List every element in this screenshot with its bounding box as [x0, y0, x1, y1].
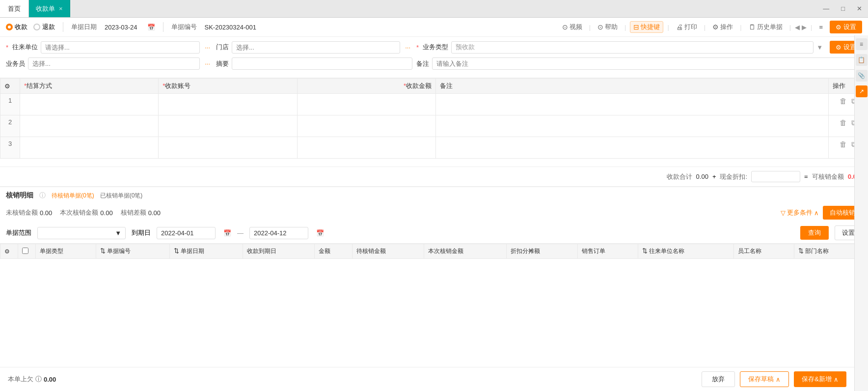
ops-icon: ⚙	[712, 23, 719, 31]
party-more-button[interactable]: ···	[203, 44, 212, 51]
bottom-table: ⚙ 单据类型 ⇅ 单据编号 ⇅ 单据日期 收款到期日 金额 待核销金额 本次核销…	[0, 244, 868, 259]
bottom-col-checkbox[interactable]	[18, 244, 36, 259]
bottom-col-type: 单据类型	[36, 244, 96, 259]
refund-radio-dot	[33, 24, 40, 30]
sidebar-icon-doc[interactable]: 📋	[856, 54, 868, 66]
amount-cell-3[interactable]	[297, 137, 435, 159]
shortcut-icon: ⊟	[633, 23, 639, 31]
abandon-button[interactable]: 放弃	[702, 371, 735, 387]
right-tools: ⊙ 视频 | ⊙ 帮助 | ⊟ 快捷键 | 🖨 打印 | ⚙ 操作	[559, 21, 862, 33]
sidebar-icon-expand[interactable]: ↗	[856, 85, 868, 97]
calendar-from-icon[interactable]: 📅	[223, 229, 231, 237]
shop-input[interactable]	[232, 41, 400, 54]
remark-cell-3[interactable]	[436, 137, 829, 159]
bottom-col-duedate: 收款到期日	[243, 244, 314, 259]
due-date-label: 到期日	[132, 228, 151, 237]
date-to-input[interactable]	[249, 227, 308, 239]
date-from-input[interactable]	[157, 227, 216, 239]
calendar-icon[interactable]: 📅	[147, 24, 155, 31]
settings-button[interactable]: ⚙ 设置	[830, 21, 862, 33]
prev-arrow[interactable]: ◀	[795, 24, 800, 31]
biz-type-dropdown-icon[interactable]: ▼	[816, 44, 823, 51]
print-button[interactable]: 🖨 打印	[673, 22, 700, 32]
party-input[interactable]	[41, 41, 200, 54]
bottom-col-amount: 金额	[314, 244, 352, 259]
sidebar-icon-attach[interactable]: 📎	[856, 70, 868, 82]
pending-tab[interactable]: 待核销单据(0笔)	[52, 192, 94, 200]
account-cell-1[interactable]	[159, 94, 297, 115]
receipt-refund-group: 收款 退款	[6, 23, 55, 31]
staff-label: 业务员	[6, 59, 25, 68]
history-icon: 🗒	[749, 23, 756, 31]
verif-title: 核销明细	[6, 191, 33, 200]
history-button[interactable]: 🗒 历史单据	[746, 22, 786, 32]
close-button[interactable]: ✕	[851, 0, 868, 17]
staff-input[interactable]	[28, 57, 200, 70]
summary-input[interactable]	[232, 57, 412, 70]
settle-cell-1[interactable]	[20, 94, 159, 115]
help-button[interactable]: ⊙ 帮助	[595, 22, 621, 32]
verif-info-icon[interactable]: ⓘ	[39, 191, 46, 200]
total-label: 收款合计	[667, 172, 692, 181]
info-icon[interactable]: ⓘ	[35, 375, 42, 384]
biz-type-input[interactable]	[451, 41, 814, 54]
more-filters-button[interactable]: ▽ 更多条件 ∧	[781, 208, 819, 217]
next-arrow[interactable]: ▶	[802, 24, 807, 31]
account-cell-2[interactable]	[159, 115, 297, 137]
dropdown-arrow-icon: ▼	[115, 229, 121, 237]
amount-cell-2[interactable]	[297, 115, 435, 137]
amount-cell-1[interactable]	[297, 94, 435, 115]
account-cell-3[interactable]	[159, 137, 297, 159]
video-button[interactable]: ⊙ 视频	[559, 22, 585, 32]
settle-cell-3[interactable]	[20, 137, 159, 159]
shop-more-button[interactable]: ···	[403, 44, 412, 51]
active-tab-label: 收款单	[36, 4, 55, 13]
refund-radio[interactable]: 退款	[33, 23, 55, 31]
remark-cell-1[interactable]	[436, 94, 829, 115]
bottom-col-date: ⇅ 单据日期	[169, 244, 243, 259]
shortcut-button[interactable]: ⊟ 快捷键	[630, 21, 663, 33]
delete-icon-1[interactable]: 🗑	[840, 97, 847, 105]
select-all-checkbox[interactable]	[22, 248, 28, 254]
save-arrow-icon: ∧	[834, 376, 839, 383]
range-select[interactable]: ▼	[37, 227, 126, 239]
minimize-button[interactable]: —	[817, 0, 835, 17]
date-separator: —	[237, 229, 244, 237]
done-tab[interactable]: 已核销单据(0笔)	[100, 192, 143, 200]
calendar-to-icon[interactable]: 📅	[316, 229, 324, 237]
receipt-radio[interactable]: 收款	[6, 23, 27, 31]
sidebar-icon-table[interactable]: ≡	[856, 38, 868, 50]
footer-buttons: 放弃 保存草稿 ∧ 保存&新增 ∧	[702, 371, 846, 387]
bottom-col-order: 销售订单	[578, 244, 638, 259]
discount-label: 现金折扣:	[720, 172, 747, 181]
diff-value: 0.00	[148, 209, 161, 217]
remark-cell-2[interactable]	[436, 115, 829, 137]
range-label: 单据范围	[6, 228, 31, 237]
toolbar: 收款 退款 单据日期 2023-03-24 📅 单据编号 SK-20230324…	[0, 18, 868, 37]
list-view-button[interactable]: ≡	[816, 23, 826, 32]
bottom-col-gear[interactable]: ⚙	[0, 244, 18, 259]
delete-icon-3[interactable]: 🗑	[840, 140, 847, 148]
number-value: SK-20230324-001	[205, 24, 257, 31]
unverified-label: 未核销金额	[6, 208, 38, 217]
active-tab[interactable]: 收款单 ×	[29, 0, 70, 17]
delete-icon-2[interactable]: 🗑	[840, 118, 847, 127]
settle-cell-2[interactable]	[20, 115, 159, 137]
current-value: 0.00	[100, 209, 112, 217]
help-icon: ⊙	[597, 23, 603, 31]
col-remark-header: 备注	[436, 79, 829, 94]
staff-more-button[interactable]: ···	[203, 60, 212, 67]
summary-bar: 收款合计 0.00 + 现金折扣: = 可核销金额 0.00	[0, 167, 868, 186]
restore-button[interactable]: □	[835, 0, 851, 17]
table-settings-header[interactable]: ⚙	[0, 79, 20, 94]
query-button[interactable]: 查询	[800, 226, 829, 240]
save-new-button[interactable]: 保存&新增 ∧	[794, 371, 846, 387]
ops-button[interactable]: ⚙ 操作	[709, 22, 736, 32]
discount-input[interactable]	[751, 171, 800, 182]
tab-close-icon[interactable]: ×	[59, 5, 63, 12]
home-tab[interactable]: 首页	[0, 0, 29, 17]
save-draft-button[interactable]: 保存草稿 ∧	[740, 371, 789, 387]
print-icon: 🖨	[676, 23, 683, 31]
remark-input[interactable]	[432, 57, 862, 70]
video-icon: ⊙	[562, 23, 568, 31]
